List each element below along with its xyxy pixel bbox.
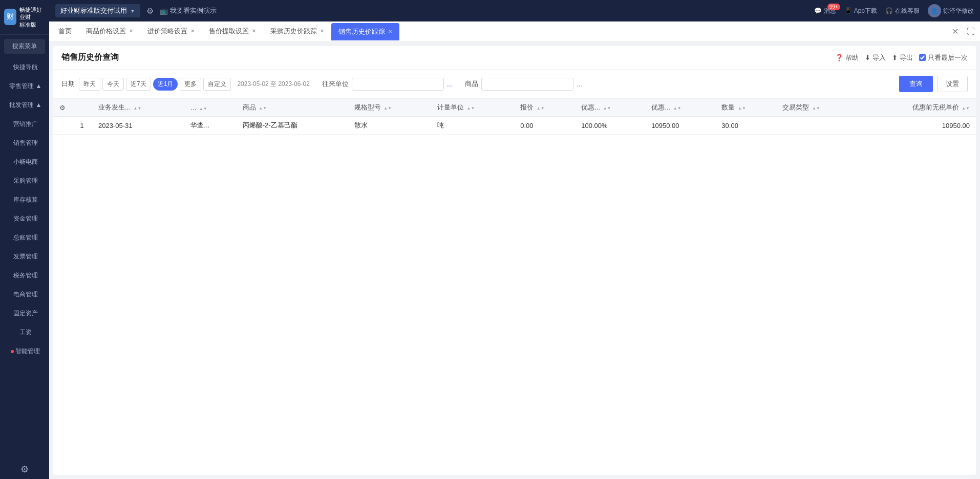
sidebar-item-assets[interactable]: 固定资产	[0, 304, 49, 323]
col-discount1-sort-icon[interactable]: ▲▼	[603, 106, 611, 111]
col-biz-date[interactable]: 业务发生... ▲▼	[92, 99, 184, 117]
sidebar-item-marketing[interactable]: 营销推广	[0, 115, 49, 134]
col-discount1[interactable]: 优惠... ▲▼	[575, 99, 645, 117]
tab-home[interactable]: 首页	[51, 23, 79, 41]
module-selector[interactable]: 好业财标准版交付试用 ▼	[55, 4, 140, 17]
tab-price-extract[interactable]: 售价提取设置 ✕	[202, 23, 263, 41]
col-pretax-price[interactable]: 优惠前无税单价 ▲▼	[860, 99, 976, 117]
col-tx-type[interactable]: 交易类型 ▲▼	[776, 99, 859, 117]
col-price[interactable]: 报价 ▲▼	[514, 99, 575, 117]
col-qty-sort-icon[interactable]: ▲▼	[738, 106, 746, 111]
app-logo: 财 畅捷通好业财 标准版	[0, 0, 49, 35]
sidebar-item-tax[interactable]: 税务管理	[0, 266, 49, 285]
date-range-display: 2023-05-02 至 2023-06-02	[237, 80, 309, 89]
col-tx-type-sort-icon[interactable]: ▲▼	[812, 106, 820, 111]
tab-purchase-strategy-close-icon[interactable]: ✕	[190, 28, 195, 34]
date-btn-yesterday[interactable]: 昨天	[79, 78, 100, 91]
table-settings-icon[interactable]: ⚙	[59, 104, 66, 112]
user-profile-button[interactable]: 👤 徐泽华修改	[928, 4, 974, 17]
date-btn-more[interactable]: 更多	[180, 78, 201, 91]
demo-icon: 📺	[160, 7, 168, 15]
import-icon: ⬇	[865, 54, 870, 61]
sidebar-item-inventory[interactable]: 库存核算	[0, 190, 49, 209]
col-spec-sort-icon[interactable]: ▲▼	[384, 106, 392, 111]
col-discount2-sort-icon[interactable]: ▲▼	[673, 106, 681, 111]
sidebar-item-wholesale[interactable]: 批发管理 ▲	[0, 96, 49, 115]
sidebar-item-ecommerce-small[interactable]: 小畅电商	[0, 153, 49, 171]
tab-close-button[interactable]: ✕	[949, 26, 962, 37]
col-discount2[interactable]: 优惠... ▲▼	[645, 99, 715, 117]
import-button[interactable]: ⬇ 导入	[865, 53, 886, 62]
product-filter-input[interactable]	[481, 78, 573, 91]
customer-filter-input[interactable]	[352, 78, 444, 91]
tab-product-price[interactable]: 商品价格设置 ✕	[79, 23, 140, 41]
module-dropdown-icon: ▼	[130, 8, 135, 14]
tab-product-price-close-icon[interactable]: ✕	[129, 28, 133, 34]
col-price-label: 报价	[520, 103, 534, 111]
tab-product-price-label: 商品价格设置	[86, 27, 126, 36]
export-button[interactable]: ⬆ 导出	[892, 53, 913, 62]
col-more[interactable]: ... ▲▼	[184, 99, 236, 117]
tab-purchase-history-close-icon[interactable]: ✕	[320, 28, 324, 34]
sidebar-item-retail[interactable]: 零售管理 ▲	[0, 77, 49, 96]
col-settings[interactable]: ⚙	[53, 99, 72, 117]
col-product-sort-icon[interactable]: ▲▼	[259, 106, 267, 111]
sidebar-item-ecommerce[interactable]: 电商管理	[0, 285, 49, 304]
product-filter-dots[interactable]: ...	[577, 80, 583, 88]
sidebar-item-smart[interactable]: 智能管理	[0, 342, 49, 361]
col-unit-label: 计量单位	[437, 103, 464, 111]
last-only-checkbox-label[interactable]: 只看最后一次	[919, 53, 968, 62]
date-btn-custom[interactable]: 自定义	[203, 78, 231, 91]
cell-biz-date: 2023-05-31	[92, 117, 184, 135]
customer-filter-dots[interactable]: ...	[447, 80, 453, 88]
tab-sales-history-label: 销售历史价跟踪	[338, 27, 385, 36]
cell-discount1: 100.00%	[575, 117, 645, 135]
search-menu-button[interactable]: 搜索菜单	[4, 39, 45, 54]
sidebar-item-purchase[interactable]: 采购管理	[0, 171, 49, 190]
cell-unit: 吨	[431, 117, 514, 135]
online-service-button[interactable]: 🎧 在线客服	[885, 7, 920, 15]
date-btn-today[interactable]: 今天	[102, 78, 124, 91]
col-price-sort-icon[interactable]: ▲▼	[537, 106, 545, 111]
cell-product: 丙烯酸-2-乙基己酯	[237, 117, 348, 135]
table-header-row: ⚙ 业务发生... ▲▼ ... ▲▼ 商品 ▲▼	[53, 99, 976, 117]
date-btn-last1m[interactable]: 近1月	[153, 78, 178, 91]
cell-more-col: 华查...	[184, 117, 236, 135]
sidebar-item-finance[interactable]: 资金管理	[0, 209, 49, 228]
col-product[interactable]: 商品 ▲▼	[237, 99, 348, 117]
sidebar-item-quick-nav[interactable]: 快捷导航	[0, 58, 49, 77]
sidebar-search-area[interactable]: 搜索菜单	[0, 35, 49, 58]
tab-price-extract-close-icon[interactable]: ✕	[252, 28, 256, 34]
sidebar-item-sales[interactable]: 销售管理	[0, 134, 49, 153]
col-biz-date-sort-icon[interactable]: ▲▼	[133, 106, 141, 111]
col-more-sort-icon[interactable]: ▲▼	[199, 107, 207, 111]
tabbar: 首页 商品价格设置 ✕ 进价策略设置 ✕ 售价提取设置 ✕ 采购历史价跟踪 ✕ …	[49, 21, 980, 42]
sidebar-item-invoice[interactable]: 发票管理	[0, 247, 49, 266]
cell-pretax-price: 10950.00	[860, 117, 976, 135]
tab-purchase-strategy[interactable]: 进价策略设置 ✕	[140, 23, 202, 41]
online-service-icon: 🎧	[885, 7, 893, 14]
sidebar-item-payroll[interactable]: 工资	[0, 323, 49, 342]
col-product-label: 商品	[243, 103, 256, 111]
query-button[interactable]: 查询	[899, 76, 933, 92]
col-qty[interactable]: 数量 ▲▼	[715, 99, 776, 117]
sidebar-settings-button[interactable]: ⚙	[0, 460, 49, 479]
cell-tx-type	[776, 117, 859, 135]
tab-purchase-history[interactable]: 采购历史价跟踪 ✕	[263, 23, 331, 41]
help-button[interactable]: ❓ 帮助	[835, 53, 859, 62]
message-button[interactable]: 💬 消息 99+	[814, 7, 836, 15]
tab-sales-history-close-icon[interactable]: ✕	[388, 29, 392, 34]
app-download-button[interactable]: 📱 App下载	[844, 7, 877, 15]
demo-button[interactable]: 📺 我要看实例演示	[160, 6, 217, 15]
topbar-settings-icon[interactable]: ⚙	[146, 6, 154, 16]
col-spec[interactable]: 规格型号 ▲▼	[348, 99, 431, 117]
date-btn-last7[interactable]: 近7天	[126, 78, 151, 91]
col-unit-sort-icon[interactable]: ▲▼	[467, 106, 475, 111]
tab-maximize-button[interactable]: ⛶	[964, 26, 978, 37]
last-only-checkbox[interactable]	[919, 54, 926, 61]
tab-sales-history[interactable]: 销售历史价跟踪 ✕	[331, 23, 399, 40]
col-pretax-price-sort-icon[interactable]: ▲▼	[962, 106, 970, 111]
filter-settings-button[interactable]: 设置	[937, 76, 968, 92]
col-unit[interactable]: 计量单位 ▲▼	[431, 99, 514, 117]
sidebar-item-ledger[interactable]: 总账管理	[0, 228, 49, 247]
